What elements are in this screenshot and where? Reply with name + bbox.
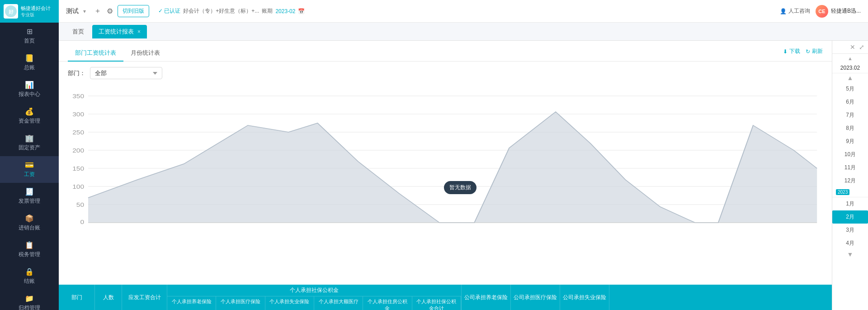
date-sep[interactable]: 9月 <box>832 135 868 148</box>
th-group-title: 个人承担社保公积金 <box>167 285 461 296</box>
th-group-personal: 个人承担社保公积金 个人承担养老保险 个人承担医疗保险 个人承担失业保险 个人承… <box>167 285 462 310</box>
sidebar-item-funds[interactable]: 💰 资金管理 <box>0 103 59 129</box>
period-value: 2023-02 <box>275 8 295 14</box>
sidebar-item-assets[interactable]: 🏢 固定资产 <box>0 129 59 156</box>
sidebar-nav: ⊞ 首页 📒 总账 📊 报表中心 💰 资金管理 🏢 固定资产 💳 工资 🧾 发票… <box>0 23 59 310</box>
tab-home[interactable]: 首页 <box>66 25 90 38</box>
date-dec[interactable]: 12月 <box>832 174 868 187</box>
tabbar: 首页 工资统计报表 × <box>59 23 868 41</box>
filter-dept-label: 部门： <box>68 69 85 77</box>
calendar-icon[interactable]: 📅 <box>298 8 305 14</box>
user-name[interactable]: 轻捷通B迅... <box>831 7 861 15</box>
tab-active-label: 工资统计报表 <box>99 28 134 36</box>
sidebar-item-close[interactable]: 🔒 结账 <box>0 263 59 290</box>
date-feb-active[interactable]: 2月 <box>832 210 868 224</box>
date-jun[interactable]: 6月 <box>832 95 868 109</box>
th-personal-total: 个人承担社保公积金合计 <box>412 296 461 310</box>
trade-icon: 📦 <box>25 214 34 223</box>
sidebar-item-tax[interactable]: 📋 税务管理 <box>0 236 59 263</box>
logo-icon: 好 <box>4 4 18 19</box>
archive-icon: 📁 <box>25 294 34 303</box>
date-apr[interactable]: 4月 <box>832 237 868 250</box>
th-personal-medical: 个人承担医疗保险 <box>216 296 265 310</box>
expand-panel-btn[interactable]: ⤢ <box>859 43 864 51</box>
user-area: CE 轻捷通B迅... <box>816 5 861 18</box>
sidebar-label-archive: 归档管理 <box>19 304 40 310</box>
date-may[interactable]: 5月 <box>832 82 868 95</box>
th-personal-unemployment: 个人承担失业保险 <box>265 296 314 310</box>
svg-text:150: 150 <box>72 166 84 172</box>
nav-down-row: ▼ <box>832 250 868 259</box>
svg-text:300: 300 <box>72 111 84 118</box>
date-mar[interactable]: 3月 <box>832 224 868 237</box>
switch-old-btn[interactable]: 切到旧版 <box>118 5 149 17</box>
svg-text:250: 250 <box>72 129 84 136</box>
user-avatar: CE <box>816 5 828 18</box>
date-nav: ▲ 2023.02 ▲ 5月 6月 7月 8月 9月 10月 11月 12月 2… <box>832 54 868 310</box>
sidebar-label-invoice: 发票管理 <box>19 197 40 205</box>
close-icon: 🔒 <box>25 267 34 276</box>
tab-close-btn[interactable]: × <box>137 29 141 35</box>
invoice-icon: 🧾 <box>25 187 34 196</box>
svg-marker-18 <box>88 112 817 223</box>
sidebar-label-ledger: 总账 <box>24 64 35 72</box>
filter-bar: 部门： 全部 部门1 部门2 <box>59 62 832 85</box>
sidebar-item-archive[interactable]: 📁 归档管理 <box>0 290 59 310</box>
funds-icon: 💰 <box>25 107 34 116</box>
tab-salary-report[interactable]: 工资统计报表 × <box>92 25 147 38</box>
tab-dept[interactable]: 部门工资统计表 <box>68 45 123 62</box>
nav-down-btn[interactable]: ▼ <box>847 251 854 258</box>
th-personal-major-medical: 个人承担大额医疗 <box>314 296 363 310</box>
th-company-unemployment: 公司承担失业保险 <box>560 285 609 310</box>
period-label: 账期 <box>262 7 273 15</box>
help-btn[interactable]: 👤 人工咨询 <box>780 7 810 15</box>
app-logo: 好 畅捷通好会计 专业版 <box>0 0 59 23</box>
svg-text:50: 50 <box>76 202 84 208</box>
sidebar-label-funds: 资金管理 <box>19 117 40 125</box>
content-area: 部门工资统计表 月份统计表 ⬇ 下载 ↻ 刷新 部门： 全部 <box>59 41 868 310</box>
tab-monthly[interactable]: 月份统计表 <box>123 45 167 62</box>
sidebar-label-tax: 税务管理 <box>19 251 40 258</box>
cert-tag: ✓ 已认证 <box>158 7 180 15</box>
sidebar-item-ledger[interactable]: 📒 总账 <box>0 49 59 76</box>
th-company-medical: 公司承担医疗保险 <box>511 285 560 310</box>
close-panel-btn[interactable]: ✕ <box>850 43 855 51</box>
sidebar-label-assets: 固定资产 <box>19 144 40 152</box>
right-panel-top: ✕ ⤢ <box>832 41 868 54</box>
settings-btn[interactable]: ⚙ <box>106 6 114 16</box>
date-nov[interactable]: 11月 <box>832 161 868 174</box>
sidebar-item-invoice[interactable]: 🧾 发票管理 <box>0 183 59 210</box>
sidebar-item-salary[interactable]: 💳 工资 <box>0 156 59 183</box>
dept-select[interactable]: 全部 部门1 部门2 <box>90 67 162 79</box>
sidebar-item-reports[interactable]: 📊 报表中心 <box>0 76 59 103</box>
date-oct[interactable]: 10月 <box>832 148 868 161</box>
sidebar-item-trade[interactable]: 📦 进销台账 <box>0 210 59 236</box>
ledger-icon: 📒 <box>25 54 34 62</box>
sidebar-label-trade: 进销台账 <box>19 224 40 232</box>
date-aug[interactable]: 8月 <box>832 122 868 135</box>
topbar: 测试 ▾ ＋ ⚙ 切到旧版 ✓ 已认证 好会计（专）+好生意（标）+... 账期… <box>59 0 868 23</box>
app-name: 畅捷通好会计 <box>21 5 51 11</box>
date-jan[interactable]: 1月 <box>832 197 868 210</box>
app-edition: 专业版 <box>21 12 51 18</box>
project-arrow[interactable]: ▾ <box>83 8 86 14</box>
main-area: 测试 ▾ ＋ ⚙ 切到旧版 ✓ 已认证 好会计（专）+好生意（标）+... 账期… <box>59 0 868 310</box>
th-total: 应发工资合计 <box>122 285 167 310</box>
th-dept: 部门 <box>59 285 95 310</box>
add-btn[interactable]: ＋ <box>93 5 102 17</box>
help-icon: 👤 <box>780 8 787 14</box>
date-jul[interactable]: 7月 <box>832 109 868 122</box>
svg-text:0: 0 <box>80 219 84 225</box>
refresh-btn[interactable]: ↻ 刷新 <box>806 48 823 55</box>
sidebar-label-salary: 工资 <box>24 171 35 178</box>
table-header: 部门 人数 应发工资合计 个人承担社保公积金 个人承担养老保险 个人承担医疗保险… <box>59 285 832 310</box>
th-group-subs: 个人承担养老保险 个人承担医疗保险 个人承担失业保险 个人承担大额医疗 个人承担… <box>167 296 461 310</box>
topbar-tags: ✓ 已认证 好会计（专）+好生意（标）+... 账期 2023-02 📅 <box>158 7 305 15</box>
nav-up-arrow[interactable]: ▲ <box>848 56 853 61</box>
sidebar: 好 畅捷通好会计 专业版 ⊞ 首页 📒 总账 📊 报表中心 💰 资金管理 🏢 固… <box>0 0 59 310</box>
download-btn[interactable]: ⬇ 下载 <box>783 48 800 55</box>
nav-up-btn[interactable]: ▲ <box>847 74 854 81</box>
tax-icon: 📋 <box>25 241 34 249</box>
sidebar-item-home[interactable]: ⊞ 首页 <box>0 23 59 49</box>
year-tag-2023: 2023 <box>836 189 849 195</box>
